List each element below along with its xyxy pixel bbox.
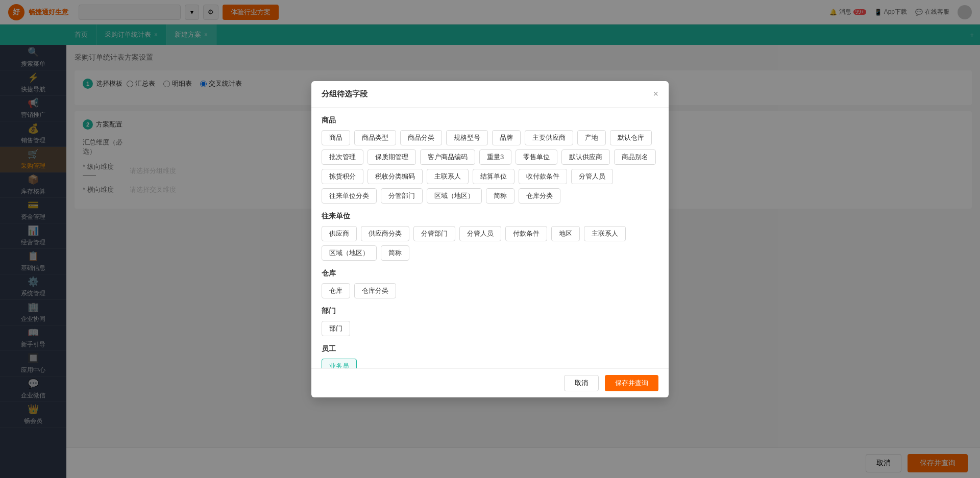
fields-grid-staff: 业务员 bbox=[322, 359, 658, 368]
field-tag-batch-manage[interactable]: 批次管理 bbox=[322, 149, 363, 165]
category-title-partner: 往来单位 bbox=[322, 212, 658, 221]
field-tag-default-supplier[interactable]: 默认供应商 bbox=[561, 149, 610, 165]
modal-cancel-btn[interactable]: 取消 bbox=[564, 375, 599, 391]
field-tag-warehouse-category[interactable]: 仓库分类 bbox=[519, 188, 560, 204]
field-tag-tax-code[interactable]: 税收分类编码 bbox=[368, 169, 423, 184]
fields-grid-warehouse: 仓库仓库分类 bbox=[322, 283, 658, 298]
field-tag-brand[interactable]: 品牌 bbox=[492, 130, 521, 145]
field-tag-short-name2[interactable]: 简称 bbox=[381, 245, 409, 261]
field-tag-quality-manage[interactable]: 保质期管理 bbox=[368, 149, 416, 165]
fields-grid-partner: 供应商供应商分类分管部门分管人员付款条件地区主联系人区域（地区）简称 bbox=[322, 226, 658, 261]
modal-footer: 取消 保存并查询 bbox=[311, 368, 669, 397]
field-tag-default-warehouse[interactable]: 默认仓库 bbox=[610, 130, 652, 145]
fields-grid-department: 部门 bbox=[322, 321, 658, 336]
field-tag-origin[interactable]: 产地 bbox=[577, 130, 606, 145]
field-tag-payment-condition[interactable]: 付款条件 bbox=[505, 226, 547, 241]
modal-header: 分组待选字段 × bbox=[311, 81, 669, 108]
field-tag-region[interactable]: 区域（地区） bbox=[427, 188, 482, 204]
category-warehouse: 仓库仓库仓库分类 bbox=[322, 269, 658, 298]
field-tag-main-contact2[interactable]: 主联系人 bbox=[584, 226, 626, 241]
field-tag-goods-name[interactable]: 商品 bbox=[322, 130, 350, 145]
category-department: 部门部门 bbox=[322, 307, 658, 336]
field-tag-warehouse[interactable]: 仓库 bbox=[322, 283, 350, 298]
category-title-staff: 员工 bbox=[322, 344, 658, 354]
modal-close-btn[interactable]: × bbox=[653, 89, 658, 98]
modal-confirm-btn[interactable]: 保存并查询 bbox=[605, 375, 658, 391]
modal-title: 分组待选字段 bbox=[322, 89, 368, 99]
category-partner: 往来单位供应商供应商分类分管部门分管人员付款条件地区主联系人区域（地区）简称 bbox=[322, 212, 658, 261]
modal-dialog: 分组待选字段 × 商品商品商品类型商品分类规格型号品牌主要供应商产地默认仓库批次… bbox=[311, 81, 669, 397]
category-goods: 商品商品商品类型商品分类规格型号品牌主要供应商产地默认仓库批次管理保质期管理客户… bbox=[322, 116, 658, 204]
field-tag-manager[interactable]: 分管人员 bbox=[571, 169, 613, 184]
category-title-goods: 商品 bbox=[322, 116, 658, 125]
category-title-warehouse: 仓库 bbox=[322, 269, 658, 278]
field-tag-manage-person[interactable]: 分管人员 bbox=[459, 226, 501, 241]
field-tag-spec-type[interactable]: 规格型号 bbox=[446, 130, 488, 145]
field-tag-customer-code[interactable]: 客户商品编码 bbox=[420, 149, 475, 165]
field-tag-weight3[interactable]: 重量3 bbox=[479, 149, 511, 165]
fields-grid-goods: 商品商品类型商品分类规格型号品牌主要供应商产地默认仓库批次管理保质期管理客户商品… bbox=[322, 130, 658, 204]
field-tag-payment-terms[interactable]: 收付款条件 bbox=[519, 169, 567, 184]
field-tag-short-name[interactable]: 简称 bbox=[486, 188, 514, 204]
field-tag-supplier-category[interactable]: 供应商分类 bbox=[361, 226, 409, 241]
field-tag-from-unit-category[interactable]: 往来单位分类 bbox=[322, 188, 377, 204]
category-staff: 员工业务员 bbox=[322, 344, 658, 368]
field-tag-pickup-points[interactable]: 拣货积分 bbox=[322, 169, 363, 184]
field-tag-goods-type[interactable]: 商品类型 bbox=[354, 130, 396, 145]
field-tag-dept[interactable]: 分管部门 bbox=[413, 226, 455, 241]
field-tag-supplier[interactable]: 供应商 bbox=[322, 226, 357, 241]
field-tag-retail-unit[interactable]: 零售单位 bbox=[516, 149, 557, 165]
modal-overlay: 分组待选字段 × 商品商品商品类型商品分类规格型号品牌主要供应商产地默认仓库批次… bbox=[0, 0, 980, 478]
field-tag-goods-alias[interactable]: 商品别名 bbox=[614, 149, 656, 165]
field-tag-warehouse-type[interactable]: 仓库分类 bbox=[354, 283, 396, 298]
field-tag-manage-dept[interactable]: 分管部门 bbox=[381, 188, 423, 204]
modal-body: 商品商品商品类型商品分类规格型号品牌主要供应商产地默认仓库批次管理保质期管理客户… bbox=[311, 108, 669, 368]
field-tag-salesperson[interactable]: 业务员 bbox=[322, 359, 357, 368]
field-tag-settlement-unit[interactable]: 结算单位 bbox=[473, 169, 514, 184]
field-tag-area[interactable]: 地区 bbox=[551, 226, 580, 241]
category-title-department: 部门 bbox=[322, 307, 658, 316]
field-tag-main-contact[interactable]: 主联系人 bbox=[427, 169, 469, 184]
field-tag-goods-category[interactable]: 商品分类 bbox=[400, 130, 442, 145]
field-tag-region2[interactable]: 区域（地区） bbox=[322, 245, 377, 261]
field-tag-dept2[interactable]: 部门 bbox=[322, 321, 350, 336]
field-tag-main-supplier[interactable]: 主要供应商 bbox=[525, 130, 573, 145]
